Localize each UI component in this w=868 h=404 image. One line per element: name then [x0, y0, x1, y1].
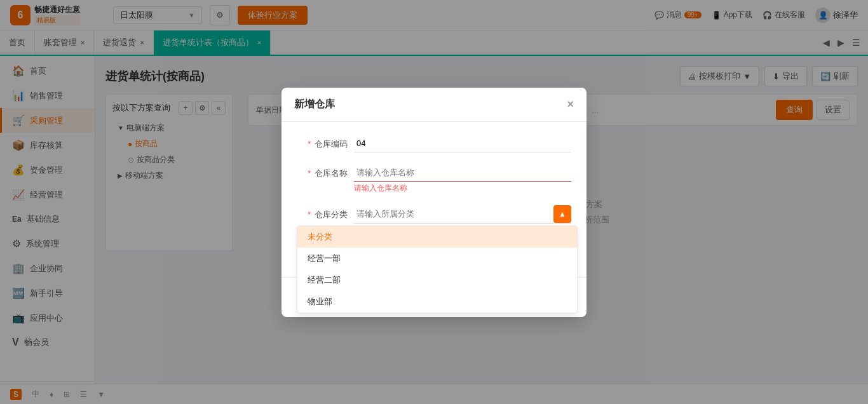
- chevron-up-icon: ▲: [559, 210, 566, 219]
- name-field-wrap: 请输入仓库名称: [354, 164, 571, 194]
- code-required: *: [308, 139, 311, 149]
- dropdown-item-0[interactable]: 未分类: [297, 226, 577, 248]
- category-input-row: ▲: [354, 205, 571, 224]
- category-dropdown-list: 未分类 经营一部 经营二部 物业部: [297, 226, 578, 313]
- dropdown-item-2[interactable]: 经营二部: [297, 269, 577, 291]
- modal-body: * 仓库编码 * 仓库名称 请输入仓库名称: [281, 122, 587, 277]
- category-required: *: [308, 210, 311, 219]
- modal-header: 新增仓库 ×: [281, 88, 587, 122]
- modal-title: 新增仓库: [294, 98, 335, 111]
- category-label: * 仓库分类: [297, 205, 348, 220]
- modal-overlay[interactable]: 新增仓库 × * 仓库编码 * 仓库名称: [0, 0, 868, 404]
- new-warehouse-modal: 新增仓库 × * 仓库编码 * 仓库名称: [281, 88, 587, 317]
- name-input[interactable]: [354, 164, 571, 182]
- category-input[interactable]: [354, 205, 553, 222]
- code-input[interactable]: [354, 135, 571, 152]
- name-label: * 仓库名称: [297, 164, 348, 179]
- dropdown-item-3[interactable]: 物业部: [297, 291, 577, 313]
- category-dropdown-wrap: ▲ 未分类 经营一部 经营二部: [354, 205, 571, 224]
- category-dropdown-toggle[interactable]: ▲: [553, 205, 571, 223]
- modal-close-button[interactable]: ×: [567, 98, 574, 111]
- dropdown-item-1[interactable]: 经营一部: [297, 248, 577, 269]
- code-label: * 仓库编码: [297, 135, 348, 150]
- form-row-code: * 仓库编码: [297, 135, 571, 152]
- name-error-message: 请输入仓库名称: [354, 183, 571, 194]
- name-required: *: [308, 168, 311, 178]
- form-row-category: * 仓库分类 ▲ 未分类: [297, 205, 571, 224]
- form-row-name: * 仓库名称 请输入仓库名称: [297, 164, 571, 194]
- code-field-wrap: [354, 135, 571, 152]
